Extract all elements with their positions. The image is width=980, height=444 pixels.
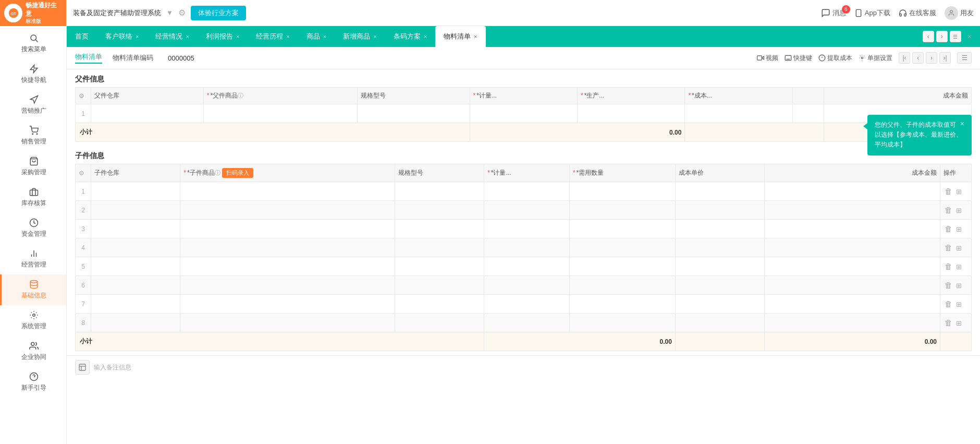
parent-goods-1[interactable] — [203, 104, 357, 123]
child-unit-cost-1[interactable] — [675, 182, 764, 201]
tab-customer[interactable]: 客户联络 × — [97, 26, 147, 47]
close-all-tabs[interactable]: × — [963, 26, 976, 47]
parent-produce-1[interactable] — [577, 104, 684, 123]
sidebar-item-operation[interactable]: 经营管理 — [0, 244, 66, 274]
child-qty-7[interactable] — [569, 295, 675, 314]
col-setting-child[interactable]: ⚙ — [76, 164, 91, 182]
child-goods-8[interactable] — [180, 314, 395, 332]
child-qty-5[interactable] — [569, 257, 675, 276]
close-tab-history[interactable]: × — [286, 33, 289, 40]
close-tab-profit[interactable]: × — [236, 33, 239, 40]
child-delete-5[interactable]: 🗑 — [945, 262, 952, 271]
scan-btn[interactable]: 扫码录入 — [222, 168, 253, 178]
child-delete-8[interactable]: 🗑 — [945, 318, 952, 327]
toolbar-view[interactable]: 视频 — [757, 54, 778, 63]
tab-bom[interactable]: 物料清单 × — [435, 26, 485, 47]
sidebar-item-guide[interactable]: 新手引导 — [0, 367, 66, 398]
child-unit-4[interactable] — [484, 238, 570, 257]
sidebar-item-purchase[interactable]: 采购管理 — [0, 151, 66, 182]
close-tab-bom[interactable]: × — [474, 33, 477, 40]
child-unit-2[interactable] — [484, 201, 570, 220]
tab-history[interactable]: 经营历程 × — [248, 26, 298, 47]
close-tab-new-goods[interactable]: × — [373, 33, 376, 40]
sidebar-item-search[interactable]: 搜索菜单 — [0, 28, 66, 59]
child-unit-8[interactable] — [484, 314, 570, 332]
child-warehouse-1[interactable] — [91, 182, 180, 201]
child-qty-4[interactable] — [569, 238, 675, 257]
child-unit-cost-2[interactable] — [675, 201, 764, 220]
child-unit-cost-8[interactable] — [675, 314, 764, 332]
tab-barcode[interactable]: 条码方案 × — [385, 26, 435, 47]
parent-cost-1[interactable] — [685, 104, 792, 123]
child-copy-2[interactable]: ⊞ — [956, 207, 962, 214]
child-unit-cost-3[interactable] — [675, 220, 764, 238]
child-delete-4[interactable]: 🗑 — [945, 243, 952, 252]
last-record[interactable]: ›| — [939, 52, 951, 64]
child-spec-8[interactable] — [395, 314, 484, 332]
tab-operation-status[interactable]: 经营情况 × — [147, 26, 197, 47]
child-copy-3[interactable]: ⊞ — [956, 225, 962, 233]
sidebar-item-finance[interactable]: 资金管理 — [0, 213, 66, 244]
bottom-hint[interactable]: 输入备注信息 — [94, 363, 131, 372]
child-unit-cost-5[interactable] — [675, 257, 764, 276]
child-warehouse-4[interactable] — [91, 238, 180, 257]
child-qty-1[interactable] — [569, 182, 675, 201]
child-warehouse-3[interactable] — [91, 220, 180, 238]
child-spec-6[interactable] — [395, 276, 484, 295]
tooltip-close-btn[interactable]: × — [960, 120, 964, 127]
close-tab-barcode[interactable]: × — [424, 33, 427, 40]
sidebar-item-sales[interactable]: 销售管理 — [0, 121, 66, 151]
child-goods-6[interactable] — [180, 276, 395, 295]
tab-menu[interactable]: ☰ — [950, 31, 961, 42]
close-tab-customer[interactable]: × — [136, 33, 139, 40]
child-unit-5[interactable] — [484, 257, 570, 276]
tab-nav-right[interactable]: › — [936, 31, 948, 42]
sidebar-item-quicknav[interactable]: 快捷导航 — [0, 59, 66, 90]
child-warehouse-8[interactable] — [91, 314, 180, 332]
child-goods-5[interactable] — [180, 257, 395, 276]
parent-warehouse-1[interactable] — [91, 104, 204, 123]
child-qty-6[interactable] — [569, 276, 675, 295]
first-record[interactable]: |‹ — [899, 52, 910, 64]
sidebar-item-inventory[interactable]: 库存核算 — [0, 182, 66, 213]
child-warehouse-2[interactable] — [91, 201, 180, 220]
child-delete-3[interactable]: 🗑 — [945, 224, 952, 233]
online-service-btn[interactable]: 在线客服 — [899, 8, 936, 18]
child-unit-cost-6[interactable] — [675, 276, 764, 295]
tab-profit[interactable]: 利润报告 × — [198, 26, 248, 47]
child-delete-6[interactable]: 🗑 — [945, 281, 952, 290]
form-tab-bom[interactable]: 物料清单 — [75, 52, 102, 64]
child-delete-1[interactable]: 🗑 — [945, 187, 952, 196]
child-spec-7[interactable] — [395, 295, 484, 314]
child-delete-7[interactable]: 🗑 — [945, 299, 952, 308]
child-spec-5[interactable] — [395, 257, 484, 276]
child-spec-3[interactable] — [395, 220, 484, 238]
child-unit-cost-4[interactable] — [675, 238, 764, 257]
child-qty-3[interactable] — [569, 220, 675, 238]
user-btn[interactable]: 用友 — [945, 6, 974, 20]
sidebar-item-enterprise[interactable]: 企业协同 — [0, 336, 66, 367]
toolbar-shortcut[interactable]: 快捷键 — [785, 54, 812, 63]
child-spec-2[interactable] — [395, 201, 484, 220]
topbar-dropdown-icon[interactable]: ▼ — [166, 9, 173, 17]
parent-spec-1[interactable] — [357, 104, 470, 123]
child-goods-1[interactable] — [180, 182, 395, 201]
view-toggle[interactable]: ☰ — [957, 52, 972, 64]
child-copy-5[interactable]: ⊞ — [956, 263, 962, 271]
sidebar-item-marketing[interactable]: 营销推广 — [0, 90, 66, 121]
child-goods-7[interactable] — [180, 295, 395, 314]
parent-unit-1[interactable] — [470, 104, 577, 123]
bottom-icon[interactable] — [75, 360, 90, 375]
child-spec-4[interactable] — [395, 238, 484, 257]
child-warehouse-6[interactable] — [91, 276, 180, 295]
sidebar-item-system[interactable]: 系统管理 — [0, 305, 66, 336]
message-btn[interactable]: 消息 6 — [821, 8, 846, 18]
child-qty-2[interactable] — [569, 201, 675, 220]
tab-goods[interactable]: 商品 × — [298, 26, 335, 47]
next-record[interactable]: › — [926, 52, 937, 64]
child-goods-3[interactable] — [180, 220, 395, 238]
child-copy-8[interactable]: ⊞ — [956, 319, 962, 327]
sidebar-item-basic-info[interactable]: 基础信息 — [0, 274, 66, 305]
child-goods-4[interactable] — [180, 238, 395, 257]
tab-nav-left[interactable]: ‹ — [923, 31, 934, 42]
